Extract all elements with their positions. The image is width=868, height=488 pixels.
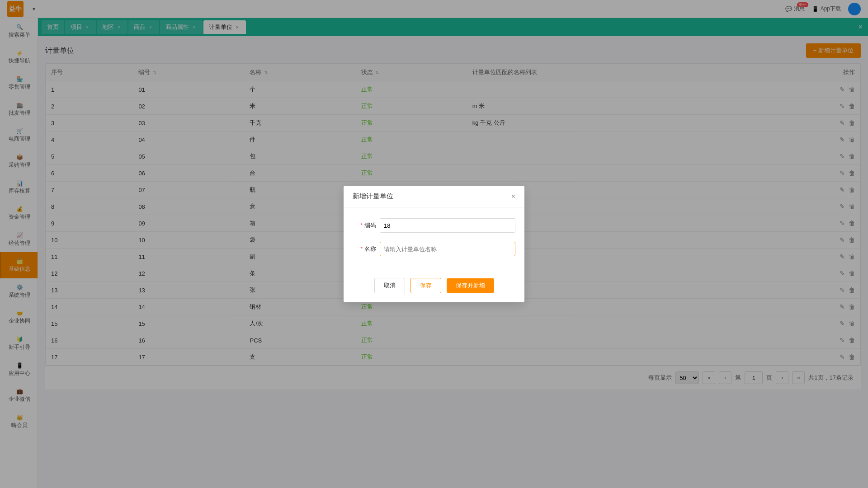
form-row-code: 编码 [353,218,515,233]
add-unit-modal: 新增计量单位 × 编码 名称 取消 保存 保存并新增 [344,186,524,302]
save-button[interactable]: 保存 [410,278,441,293]
code-input[interactable] [380,218,515,233]
form-row-name: 名称 [353,242,515,256]
name-label: 名称 [353,245,380,253]
modal-footer: 取消 保存 保存并新增 [344,272,524,302]
modal-header: 新增计量单位 × [344,186,524,207]
modal-title: 新增计量单位 [353,192,393,201]
modal-close-btn[interactable]: × [511,193,515,200]
save-and-new-button[interactable]: 保存并新增 [447,278,494,293]
modal-overlay: 新增计量单位 × 编码 名称 取消 保存 保存并新增 [0,0,868,488]
cancel-button[interactable]: 取消 [374,278,405,293]
name-input[interactable] [380,242,515,256]
modal-body: 编码 名称 [344,207,524,272]
code-label: 编码 [353,221,380,230]
